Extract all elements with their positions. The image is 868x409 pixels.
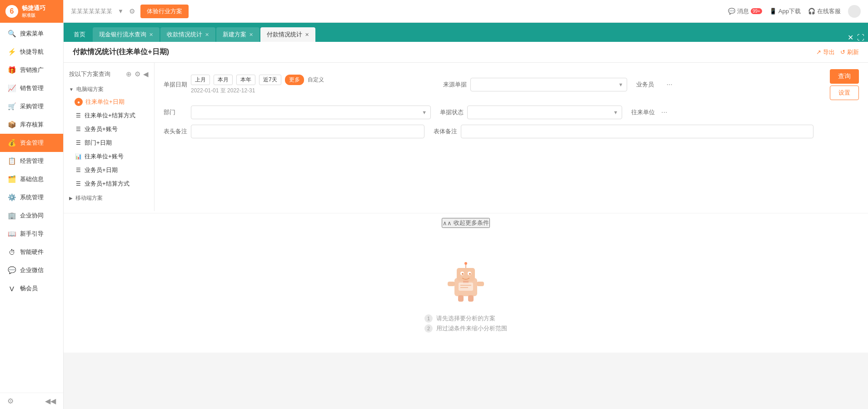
- sidebar-item-nav[interactable]: ⚡ 快捷导航: [0, 43, 63, 61]
- source-select[interactable]: ▼: [470, 78, 628, 91]
- nav-icon: ⚡: [7, 47, 16, 56]
- refresh-button[interactable]: ↺ 刷新: [840, 48, 859, 56]
- settings-config-icon[interactable]: ⚙: [129, 7, 135, 15]
- scheme-panel-header: 按以下方案查询 ⊕ ⚙ ◀: [64, 68, 154, 82]
- sidebar-item-system[interactable]: ⚙️ 系统管理: [0, 188, 63, 207]
- filter-item-staff: 业务员 ···: [636, 81, 821, 89]
- empty-robot-illustration: [443, 260, 489, 305]
- tab-cash-flow[interactable]: 现金银行流水查询 ✕: [93, 27, 160, 42]
- scheme-panel-icons: ⊕ ⚙ ◀: [126, 70, 149, 78]
- scheme-item-staff-settle[interactable]: ☰ 业务员+结算方式: [64, 177, 154, 191]
- svg-point-8: [464, 262, 467, 265]
- app-logo: 6 畅捷通巧 标准版: [0, 0, 63, 23]
- page-content: 付款情况统计(往来单位+日期) ↗ 导出 ↺ 刷新 按以下方案查询: [64, 42, 868, 409]
- svg-rect-12: [468, 295, 474, 302]
- scheme-item-unit-account[interactable]: 📊 往来单位+账号: [64, 150, 154, 163]
- source-select-arrow: ▼: [619, 82, 624, 87]
- body-remark-input[interactable]: [461, 125, 813, 138]
- sidebar-item-basic[interactable]: 🗂️ 基础信息: [0, 170, 63, 188]
- date-last-month[interactable]: 上月: [191, 75, 210, 85]
- dept-select[interactable]: ▼: [191, 106, 431, 119]
- desktop-group-arrow: ▼: [69, 87, 74, 92]
- svg-rect-11: [458, 295, 464, 302]
- settings-button[interactable]: 设置: [830, 86, 859, 100]
- sidebar-item-guide[interactable]: 📖 新手引导: [0, 225, 63, 243]
- filter-row-1: 单据日期 上月 本月 本年 近7天 更多 自定义: [164, 69, 859, 100]
- mobile-group-arrow: ▶: [69, 196, 73, 201]
- export-button[interactable]: ↗ 导出: [816, 48, 835, 56]
- sales-icon: 📈: [7, 84, 16, 93]
- scheme-item-staff-date[interactable]: ☰ 业务员+日期: [64, 163, 154, 177]
- scheme-item-unit-date[interactable]: ● 往来单位+日期: [64, 95, 154, 109]
- scheme-item-dept-date[interactable]: ☰ 部门+日期: [64, 136, 154, 150]
- date-7days[interactable]: 近7天: [259, 75, 281, 85]
- sidebar-bottom: ⚙ ◀◀: [0, 393, 63, 409]
- collapse-scheme-icon[interactable]: ◀: [143, 70, 149, 78]
- sidebar-item-search[interactable]: 🔍 搜索菜单: [0, 25, 63, 43]
- sidebar-item-purchase[interactable]: 🛒 采购管理: [0, 97, 63, 116]
- sidebar-item-sales[interactable]: 📈 销售管理: [0, 79, 63, 97]
- doc-status-select[interactable]: ▼: [467, 106, 622, 119]
- header-actions: 💬 消息 99+ 📱 App下载 🎧 在线客服: [728, 5, 861, 18]
- online-service-button[interactable]: 🎧 在线客服: [808, 7, 841, 15]
- tab-close-new-scheme[interactable]: ✕: [249, 32, 253, 38]
- sidebar-item-capital[interactable]: 💰 资金管理: [0, 134, 63, 152]
- sidebar-item-enterprise[interactable]: 🏢 企业协同: [0, 207, 63, 225]
- guide-icon: 📖: [7, 229, 16, 238]
- add-scheme-icon[interactable]: ⊕: [126, 70, 132, 78]
- close-all-tabs-icon[interactable]: ✕: [848, 33, 853, 42]
- company-name: 某某某某某某某: [71, 7, 112, 15]
- staff-ellipsis[interactable]: ···: [663, 81, 675, 89]
- empty-area: 1 请先选择要分析的方案 2 用过滤条件来缩小分析范围: [64, 232, 868, 353]
- collapse-sidebar-icon[interactable]: ◀◀: [45, 397, 56, 405]
- counterpart-ellipsis[interactable]: ···: [658, 108, 670, 116]
- messages-button[interactable]: 💬 消息 99+: [728, 7, 762, 15]
- sidebar-item-wechat[interactable]: 💬 企业微信: [0, 261, 63, 279]
- date-input-range: 2022-01-01 至 2022-12-31: [191, 87, 434, 95]
- date-this-month[interactable]: 本月: [214, 75, 233, 85]
- tab-close-income-stat[interactable]: ✕: [205, 32, 209, 38]
- sidebar-item-member[interactable]: V 畅会员: [0, 279, 63, 298]
- operation-icon: 📋: [7, 157, 16, 166]
- basic-icon: 🗂️: [7, 175, 16, 184]
- tab-close-cash-flow[interactable]: ✕: [149, 32, 153, 38]
- inventory-icon: 📦: [7, 120, 16, 129]
- app-download-button[interactable]: 📱 App下载: [769, 7, 801, 15]
- scheme-group-desktop-title[interactable]: ▼ 电脑端方案: [64, 84, 154, 95]
- collapse-button[interactable]: ∧∧ 收起更多条件: [442, 218, 490, 228]
- tab-income-stat[interactable]: 收款情况统计 ✕: [160, 27, 215, 42]
- settings-icon[interactable]: ⚙: [7, 397, 14, 405]
- scheme-group-mobile-title[interactable]: ▶ 移动端方案: [64, 192, 154, 204]
- tab-payment-stat[interactable]: 付款情况统计 ✕: [260, 27, 315, 42]
- date-more[interactable]: 更多: [285, 75, 304, 85]
- date-range-group: 上月 本月 本年 近7天 更多 自定义: [191, 75, 434, 85]
- chevron-down-icon[interactable]: ▼: [118, 8, 124, 15]
- top-header-left: 某某某某某某某 ▼ ⚙ 体验行业方案: [71, 5, 189, 18]
- empty-tip-2: 2 用过滤条件来缩小分析范围: [424, 324, 507, 333]
- page-header: 付款情况统计(往来单位+日期) ↗ 导出 ↺ 刷新: [64, 42, 868, 63]
- scheme-settings-icon[interactable]: ⚙: [135, 70, 140, 78]
- header-remark-input[interactable]: [191, 125, 424, 138]
- sidebar-item-operation[interactable]: 📋 经营管理: [0, 152, 63, 170]
- sidebar-item-hardware[interactable]: ⏱ 智能硬件: [0, 243, 63, 261]
- sidebar-item-marketing[interactable]: 🎁 营销推广: [0, 61, 63, 79]
- scheme-item-staff-account[interactable]: ☰ 业务员+账号: [64, 122, 154, 136]
- filter-item-body-remark: 表体备注: [434, 125, 813, 138]
- tab-new-scheme[interactable]: 新建方案 ✕: [216, 27, 259, 42]
- maximize-icon[interactable]: ⛶: [857, 34, 864, 42]
- scheme-panel-title: 按以下方案查询: [69, 70, 110, 78]
- user-avatar[interactable]: [848, 5, 861, 18]
- scheme-item-unit-settle[interactable]: ☰ 往来单位+结算方式: [64, 109, 154, 122]
- service-icon: 🎧: [808, 8, 815, 15]
- tab-home[interactable]: 首页: [67, 27, 92, 42]
- sidebar-item-inventory[interactable]: 📦 库存核算: [0, 116, 63, 134]
- trial-button[interactable]: 体验行业方案: [140, 5, 189, 18]
- capital-icon: 💰: [7, 138, 16, 147]
- filter-form: 单据日期 上月 本月 本年 近7天 更多 自定义: [155, 63, 868, 211]
- refresh-icon: ↺: [840, 49, 845, 56]
- tab-close-payment-stat[interactable]: ✕: [305, 32, 309, 38]
- date-this-year[interactable]: 本年: [236, 75, 255, 85]
- empty-tips: 1 请先选择要分析的方案 2 用过滤条件来缩小分析范围: [424, 313, 507, 334]
- search-icon: 🔍: [7, 29, 16, 38]
- query-button[interactable]: 查询: [830, 69, 859, 84]
